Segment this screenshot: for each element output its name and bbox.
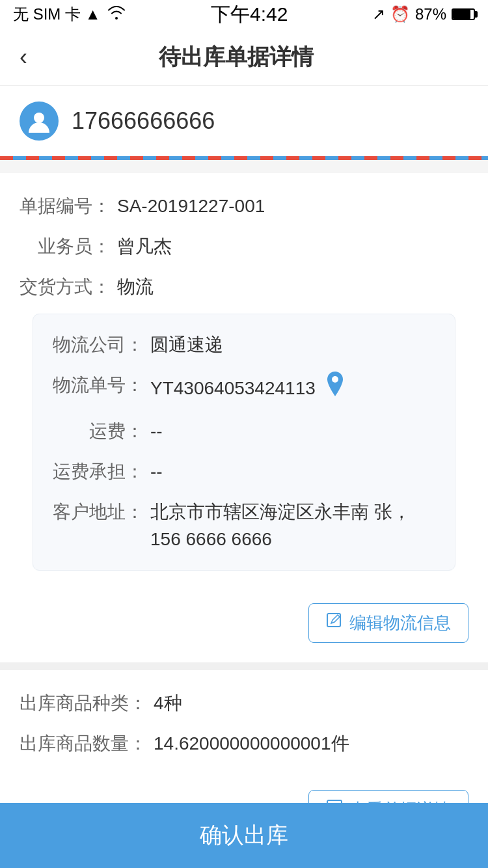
battery-status: 87%: [415, 5, 446, 23]
page-title: 待出库单据详情: [40, 42, 432, 72]
address-label: 客户地址：: [53, 498, 144, 526]
edit-logistics-section: 编辑物流信息: [0, 590, 488, 662]
status-time: 下午4:42: [211, 1, 288, 28]
alarm-icon: ⏰: [390, 5, 410, 23]
customer-header: 17666666666: [0, 86, 488, 156]
edit-logistics-button[interactable]: 编辑物流信息: [308, 603, 468, 643]
section-divider: [0, 662, 488, 670]
status-right: ↗ ⏰ 87%: [372, 5, 475, 23]
order-no-label: 单据编号：: [20, 193, 111, 220]
back-button[interactable]: ‹: [20, 44, 27, 71]
goods-quantity-row: 出库商品数量： 14.620000000000001件: [20, 730, 468, 757]
goods-quantity-value: 14.620000000000001件: [154, 730, 468, 757]
status-bar: 无 SIM 卡 ▲ 下午4:42 ↗ ⏰ 87%: [0, 0, 488, 29]
logistics-company-label: 物流公司：: [53, 331, 144, 359]
wifi-icon: [107, 5, 126, 23]
tracking-no-value: YT43064053424113: [150, 372, 435, 405]
status-left: 无 SIM 卡 ▲: [13, 4, 126, 25]
freight-bearer-row: 运费承担： --: [53, 458, 435, 485]
freight-value: --: [150, 418, 435, 445]
avatar: [20, 102, 59, 141]
tracking-no-label: 物流单号：: [53, 372, 144, 399]
goods-types-row: 出库商品种类： 4种: [20, 690, 468, 717]
freight-bearer-label: 运费承担：: [53, 458, 144, 485]
sim-status: 无 SIM 卡 ▲: [13, 4, 100, 25]
tracking-no-row: 物流单号： YT43064053424113: [53, 372, 435, 405]
confirm-button-label: 确认出库: [200, 821, 288, 850]
track-location-icon[interactable]: [325, 372, 346, 405]
freight-bearer-value: --: [150, 458, 435, 485]
logistics-company-row: 物流公司： 圆通速递: [53, 331, 435, 359]
svg-point-1: [332, 376, 338, 383]
logistics-company-value: 圆通速递: [150, 331, 435, 359]
salesperson-label: 业务员：: [20, 233, 111, 260]
order-no-row: 单据编号： SA-20191227-001: [20, 193, 468, 220]
svg-point-0: [34, 113, 44, 123]
location-service-icon: ↗: [372, 5, 385, 23]
nav-bar: ‹ 待出库单据详情: [0, 29, 488, 86]
edit-icon: [326, 612, 343, 634]
salesperson-value: 曾凡杰: [117, 233, 468, 260]
battery-icon: [452, 8, 475, 20]
order-info-section: 单据编号： SA-20191227-001 业务员： 曾凡杰 交货方式： 物流 …: [0, 173, 488, 590]
dashed-divider: [0, 156, 488, 160]
goods-types-label: 出库商品种类：: [20, 690, 147, 717]
goods-section: 出库商品种类： 4种 出库商品数量： 14.620000000000001件: [0, 670, 488, 777]
order-no-value: SA-20191227-001: [117, 193, 468, 220]
address-value: 北京市市辖区海淀区永丰南 张，156 6666 6666: [150, 498, 435, 553]
goods-quantity-label: 出库商品数量：: [20, 730, 147, 757]
delivery-method-label: 交货方式：: [20, 273, 111, 301]
freight-row: 运费： --: [53, 418, 435, 445]
delivery-method-value: 物流: [117, 273, 468, 301]
address-row: 客户地址： 北京市市辖区海淀区永丰南 张，156 6666 6666: [53, 498, 435, 553]
customer-phone: 17666666666: [72, 107, 215, 135]
logistics-card: 物流公司： 圆通速递 物流单号： YT43064053424113 运费：: [33, 314, 455, 571]
edit-logistics-label: 编辑物流信息: [349, 612, 451, 634]
goods-types-value: 4种: [154, 690, 468, 717]
freight-label: 运费：: [53, 418, 144, 445]
delivery-method-row: 交货方式： 物流: [20, 273, 468, 301]
salesperson-row: 业务员： 曾凡杰: [20, 233, 468, 260]
confirm-bar[interactable]: 确认出库: [0, 803, 488, 868]
